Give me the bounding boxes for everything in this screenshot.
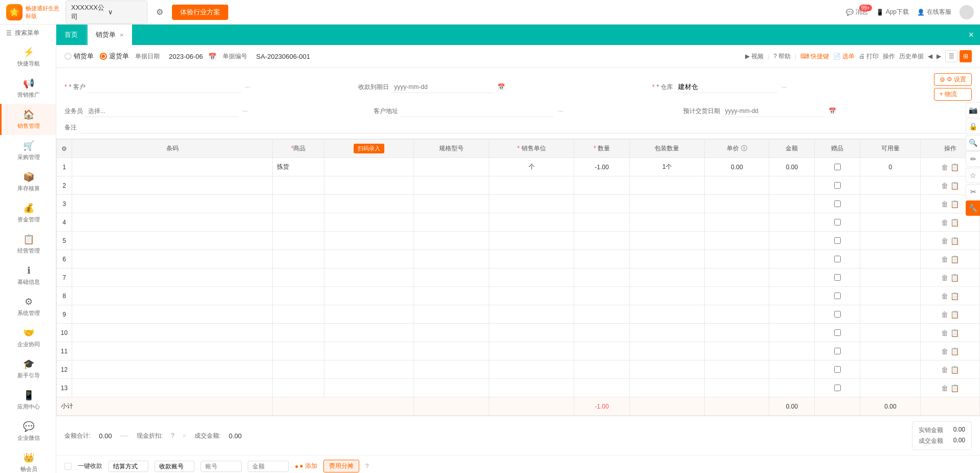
cell-price[interactable] xyxy=(705,287,769,305)
sidebar-item-collab[interactable]: 🤝 企业协同 xyxy=(0,322,56,353)
cell-spec[interactable] xyxy=(414,342,489,361)
tab-home[interactable]: 首页 xyxy=(56,25,86,45)
amount-input[interactable] xyxy=(248,461,289,472)
scan-button[interactable]: 扫码录入 xyxy=(354,144,384,153)
customer-more-icon[interactable]: ··· xyxy=(245,83,250,91)
one-click-pay-checkbox[interactable] xyxy=(64,463,72,470)
cell-gift[interactable] xyxy=(815,268,860,287)
cell-price[interactable] xyxy=(705,379,769,397)
right-panel-scissors[interactable]: ✂ xyxy=(966,184,980,199)
cell-amount[interactable] xyxy=(769,232,815,250)
choose-order-btn[interactable]: 📄 选单 xyxy=(833,52,855,61)
cell-barcode[interactable] xyxy=(72,268,273,287)
messages-button[interactable]: 💬 消息 99+ xyxy=(846,8,868,16)
cell-pkg-qty[interactable] xyxy=(629,361,705,379)
fee-split-btn[interactable]: 费用分摊 xyxy=(323,460,359,472)
cell-qty[interactable] xyxy=(574,361,629,379)
prev-record-btn[interactable]: ◀ xyxy=(928,53,932,60)
tab-close-icon[interactable]: × xyxy=(120,31,124,39)
company-selector[interactable]: XXXXXX公司 ∨ xyxy=(66,1,147,24)
copy-icon[interactable]: 📋 xyxy=(950,292,959,300)
cell-product[interactable] xyxy=(273,213,324,232)
cell-gift[interactable] xyxy=(815,324,860,342)
cell-product[interactable] xyxy=(273,176,324,195)
customer-input[interactable] xyxy=(88,81,241,93)
cell-amount[interactable] xyxy=(769,324,815,342)
cell-pkg-qty[interactable] xyxy=(629,195,705,213)
right-panel-tool[interactable]: 🔧 xyxy=(966,200,980,216)
cell-spec[interactable] xyxy=(414,287,489,305)
history-btn[interactable]: 历史单据 xyxy=(899,52,924,61)
note-input[interactable] xyxy=(81,121,972,133)
cell-gift[interactable] xyxy=(815,176,860,195)
cell-amount[interactable] xyxy=(769,195,815,213)
sidebar-item-purchase[interactable]: 🛒 采购管理 xyxy=(0,135,56,166)
delete-icon[interactable]: 🗑 xyxy=(941,366,948,374)
cell-pkg-qty[interactable] xyxy=(629,342,705,361)
cell-pkg-qty[interactable]: 1个 xyxy=(629,158,705,176)
cell-qty[interactable] xyxy=(574,379,629,397)
cell-price[interactable] xyxy=(705,176,769,195)
cell-barcode[interactable] xyxy=(72,324,273,342)
warehouse-more-icon[interactable]: ··· xyxy=(781,83,787,91)
cell-unit[interactable] xyxy=(489,379,574,397)
customer-addr-input[interactable] xyxy=(400,105,554,117)
help-btn[interactable]: ? 帮助 xyxy=(773,52,791,61)
cell-unit[interactable] xyxy=(489,342,574,361)
cell-pkg-qty[interactable] xyxy=(629,176,705,195)
cell-barcode[interactable] xyxy=(72,305,273,324)
cell-amount[interactable] xyxy=(769,305,815,324)
cell-spec[interactable] xyxy=(414,324,489,342)
list-view-btn[interactable]: ☰ xyxy=(945,50,957,62)
cell-pkg-qty[interactable] xyxy=(629,268,705,287)
cell-gift[interactable] xyxy=(815,342,860,361)
cell-product[interactable] xyxy=(273,268,324,287)
copy-icon[interactable]: 📋 xyxy=(950,200,959,208)
cell-qty[interactable] xyxy=(574,213,629,232)
cell-unit[interactable] xyxy=(489,268,574,287)
copy-icon[interactable]: 📋 xyxy=(950,384,959,392)
cell-amount[interactable] xyxy=(769,342,815,361)
fee-help-icon[interactable]: ? xyxy=(365,463,369,470)
cell-amount[interactable] xyxy=(769,213,815,232)
cell-qty[interactable] xyxy=(574,250,629,268)
cell-product[interactable] xyxy=(273,361,324,379)
cell-pkg-qty[interactable] xyxy=(629,379,705,397)
copy-icon[interactable]: 📋 xyxy=(950,237,959,245)
sidebar-item-inventory[interactable]: 📦 库存核算 xyxy=(0,166,56,197)
account-input[interactable] xyxy=(201,461,242,472)
cell-unit[interactable] xyxy=(489,324,574,342)
expected-date-calendar-icon[interactable]: 📅 xyxy=(829,107,836,115)
sidebar-item-operation[interactable]: 📋 经营管理 xyxy=(0,229,56,260)
cell-qty[interactable] xyxy=(574,176,629,195)
cell-barcode[interactable] xyxy=(72,250,273,268)
next-record-btn[interactable]: ▶ xyxy=(937,53,941,60)
cell-pkg-qty[interactable] xyxy=(629,324,705,342)
cell-spec[interactable] xyxy=(414,232,489,250)
cell-amount[interactable] xyxy=(769,361,815,379)
tab-sales-order[interactable]: 销货单 × xyxy=(88,25,132,45)
cell-price[interactable] xyxy=(705,324,769,342)
delete-icon[interactable]: 🗑 xyxy=(941,329,948,337)
cell-unit[interactable] xyxy=(489,195,574,213)
sidebar-item-marketing[interactable]: 📢 营销推广 xyxy=(0,73,56,104)
cell-barcode[interactable] xyxy=(72,213,273,232)
delete-icon[interactable]: 🗑 xyxy=(941,200,948,208)
copy-icon[interactable]: 📋 xyxy=(950,329,959,337)
salesperson-more-icon[interactable]: ··· xyxy=(243,107,248,115)
sidebar-search[interactable]: ☰ 搜索菜单 xyxy=(0,25,56,41)
cell-barcode[interactable] xyxy=(72,379,273,397)
salesperson-input[interactable] xyxy=(85,105,238,117)
cell-unit[interactable]: 个 xyxy=(489,158,574,176)
sidebar-item-sales[interactable]: 🏠 销售管理 xyxy=(0,104,56,135)
cell-spec[interactable] xyxy=(414,379,489,397)
cell-unit[interactable] xyxy=(489,176,574,195)
copy-icon[interactable]: 📋 xyxy=(950,274,959,282)
cell-amount[interactable]: 0.00 xyxy=(769,158,815,176)
cell-unit[interactable] xyxy=(489,250,574,268)
th-settings[interactable]: ⚙ xyxy=(57,140,72,158)
cell-pkg-qty[interactable] xyxy=(629,287,705,305)
cell-product[interactable] xyxy=(273,305,324,324)
due-date-calendar-icon[interactable]: 📅 xyxy=(497,83,505,91)
cell-qty[interactable] xyxy=(574,342,629,361)
